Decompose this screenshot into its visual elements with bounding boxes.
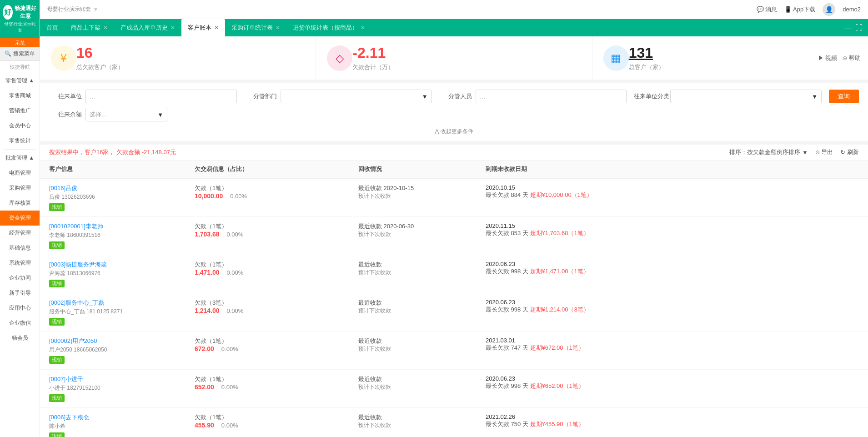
overdue-link[interactable]: 超期¥652.00（1笔） <box>530 382 584 389</box>
brand-name: 畅捷通好生意 <box>15 5 37 20</box>
sidebar-item-corp-wechat[interactable]: 企业微信 <box>0 316 40 331</box>
tab-product-history[interactable]: 产成品入库单历史 ✕ <box>114 19 181 36</box>
total-customers-icon: ▦ <box>603 45 629 71</box>
tab-customer-account[interactable]: 客户账本 ✕ <box>181 19 225 36</box>
recover-cell: 最近收款 预计下次收款 <box>358 337 486 353</box>
filter-dept: 分管部门 ▼ <box>244 90 432 103</box>
recover-cell: 最近收款 预计下次收款 <box>358 261 486 276</box>
customer-name[interactable]: [0006]去下粮仓 <box>49 413 195 422</box>
due-date-cell: 2021.02.26 最长欠款 750 天 超期¥455.90（1笔） <box>486 413 859 428</box>
stat-debt-customers: ¥ 16 总欠款客户（家） <box>40 36 316 80</box>
customer-name[interactable]: [0003]畅捷服务尹海蕊 <box>49 261 195 269</box>
filter-person: 分管人员 ... <box>439 90 627 103</box>
tab-purchase-order[interactable]: 采购订单统计表 ✕ <box>225 19 286 36</box>
user-name: demo2 <box>843 6 861 13</box>
sidebar-item-purchase-mgmt[interactable]: 采购管理 <box>0 181 40 196</box>
sidebar-item-retail-stat[interactable]: 零售统计 <box>0 133 40 148</box>
customer-name[interactable]: [0001020001]李老师 <box>49 222 195 231</box>
debt-info-cell: 欠款（1笔） 672.00 0.00% <box>195 337 358 352</box>
video-btn[interactable]: ▶ 视频 <box>818 54 838 62</box>
customer-name[interactable]: [0002]服务中心_丁磊 <box>49 299 195 307</box>
sidebar-item-retail-store[interactable]: 零售商城 <box>0 88 40 103</box>
tab-close-purchase-order[interactable]: ✕ <box>276 19 280 36</box>
tab-maximize-icon[interactable]: ⛶ <box>855 24 863 32</box>
table-row: [000002]用户2050 用户2050 18665062050 现销 欠款（… <box>40 332 868 370</box>
filter-dept-select[interactable]: ▼ <box>281 90 432 103</box>
tab-close-customer-account[interactable]: ✕ <box>214 19 219 36</box>
search-button[interactable]: 查询 <box>829 90 859 103</box>
overdue-link[interactable]: 超期¥10,000.00（1笔） <box>530 191 592 198</box>
table-row: [0003]畅捷服务尹海蕊 尹海蕊 18513066976 现销 欠款（1笔） … <box>40 255 868 293</box>
tab-home[interactable]: 首页 <box>40 19 65 36</box>
tab-close-import-stat[interactable]: ✕ <box>361 19 365 36</box>
collapse-btn[interactable]: ⋀ 收起更多条件 <box>49 126 859 137</box>
overdue-link[interactable]: 超期¥1,214.00（3笔） <box>530 306 589 313</box>
overdue-link[interactable]: 超期¥1,703.68（1笔） <box>530 230 589 236</box>
sidebar-item-marketing[interactable]: 营销推广 <box>0 103 40 118</box>
filter-balance-select[interactable]: 选择... ▼ <box>85 108 167 121</box>
tab-close-product-history[interactable]: ✕ <box>171 19 175 36</box>
sidebar-item-app-center[interactable]: 应用中心 <box>0 301 40 316</box>
filter-source-unit: 往来单位 ... <box>49 90 237 103</box>
filter-source-unit-input[interactable]: ... <box>85 90 237 103</box>
sidebar-item-vip[interactable]: 畅会员 <box>0 331 40 346</box>
tab-product-off[interactable]: 商品上下架 ✕ <box>65 19 114 36</box>
help-btn[interactable]: ⊙ 帮助 <box>843 54 861 62</box>
sidebar-item-capital[interactable]: 资金管理 <box>0 211 40 226</box>
message-btn[interactable]: 💬 消息 <box>757 5 778 14</box>
topbar-right: 💬 消息 📱 App下载 👤 demo2 <box>757 3 861 16</box>
tab-import-stat[interactable]: 进货单统计表（按商品） ✕ <box>286 19 371 36</box>
customer-name[interactable]: [0007]小进干 <box>49 375 195 383</box>
sidebar-item-newbie[interactable]: 新手引导 <box>0 286 40 301</box>
filter-unit-category: 往来单位分类 ▼ <box>634 90 822 103</box>
customer-name[interactable]: [0016]吕俊 <box>49 184 195 192</box>
stat-total-customers-info: 131 总客户（家） <box>629 45 664 71</box>
overdue-link[interactable]: 超期¥455.90（1笔） <box>530 421 584 427</box>
filter-unit-category-select[interactable]: ▼ <box>670 90 822 103</box>
total-customers-value: 131 <box>629 45 664 61</box>
customer-info-cell: [0016]吕俊 吕俊 13026203696 现销 <box>49 184 195 211</box>
customer-phone: 用户2050 18665062050 <box>49 346 195 354</box>
recover-cell: 最近收款 预计下次收款 <box>358 375 486 391</box>
content-area: ¥ 16 总欠款客户（家） ◇ -2.11 欠款合计（万） ▦ 131 总客户（… <box>40 36 868 437</box>
overdue-link[interactable]: 超期¥672.00（1笔） <box>530 344 584 351</box>
customer-phone: 陈小希 <box>49 422 195 430</box>
sidebar-item-sys-mgmt[interactable]: 系统管理 <box>0 256 40 271</box>
debt-info-cell: 欠款（3笔） 1,214.00 0.00% <box>195 299 358 314</box>
sidebar-item-batch-mgmt[interactable]: 批发管理 ▲ <box>0 151 40 166</box>
sort-control[interactable]: 排序：按欠款金额倒序排序 ▼ <box>729 148 808 156</box>
debt-info-cell: 欠款（1笔） 1,703.68 0.00% <box>195 222 358 238</box>
due-date-cell: 2021.03.01 最长欠款 747 天 超期¥672.00（1笔） <box>486 337 859 352</box>
filter-person-input[interactable]: ... <box>476 90 627 103</box>
stat-debt-amount-info: -2.11 欠款合计（万） <box>352 45 394 71</box>
sidebar-item-corp-collab[interactable]: 企业协同 <box>0 271 40 286</box>
customer-info-cell: [000002]用户2050 用户2050 18665062050 现销 <box>49 337 195 364</box>
sidebar-item-retail-mgmt[interactable]: 零售管理 ▲ <box>0 73 40 88</box>
customer-info-cell: [0001020001]李老师 李老师 18600391516 现销 <box>49 222 195 249</box>
app-download-btn[interactable]: 📱 App下载 <box>784 5 815 14</box>
overdue-link[interactable]: 超期¥1,471.00（1笔） <box>530 268 589 275</box>
refresh-btn[interactable]: ↻ 刷新 <box>840 148 859 156</box>
chevron-down-icon-2: ▼ <box>812 93 818 100</box>
sidebar-item-inventory[interactable]: 库存核算 <box>0 196 40 211</box>
sidebar-item-member[interactable]: 会员中心 <box>0 118 40 133</box>
tab-minimize-icon[interactable]: — <box>844 24 852 32</box>
customer-name[interactable]: [000002]用户2050 <box>49 337 195 345</box>
tab-close-product-off[interactable]: ✕ <box>103 19 108 36</box>
export-btn[interactable]: ⊙ 导出 <box>815 148 833 156</box>
stat-right-actions: ▶ 视频 ⊙ 帮助 <box>818 54 861 62</box>
customer-info-cell: [0007]小进干 小进干 18279152100 现销 <box>49 375 195 402</box>
tabs-actions: — ⛶ <box>844 24 868 32</box>
sidebar-item-base-info[interactable]: 基础信息 <box>0 241 40 256</box>
debt-info-cell: 欠款（1笔） 1,471.00 0.00% <box>195 261 358 276</box>
table-row: [0006]去下粮仓 陈小希 现销 欠款（1笔） 455.90 0.00% 最近… <box>40 408 868 437</box>
sort-chevron-icon: ▼ <box>802 149 808 156</box>
sidebar-item-ecom-mgmt[interactable]: 电商管理 <box>0 166 40 181</box>
chevron-down-icon-3: ▼ <box>157 111 163 118</box>
sidebar-item-ops[interactable]: 经营管理 <box>0 226 40 241</box>
search-menu[interactable]: 🔍 搜索菜单 <box>0 47 40 61</box>
customer-tag: 现销 <box>49 394 65 402</box>
debt-info-cell: 欠款（1笔） 10,000.00 0.00% <box>195 184 358 200</box>
quick-nav[interactable]: 快捷导航 <box>0 61 40 73</box>
result-actions: 排序：按欠款金额倒序排序 ▼ ⊙ 导出 ↻ 刷新 <box>729 148 859 156</box>
